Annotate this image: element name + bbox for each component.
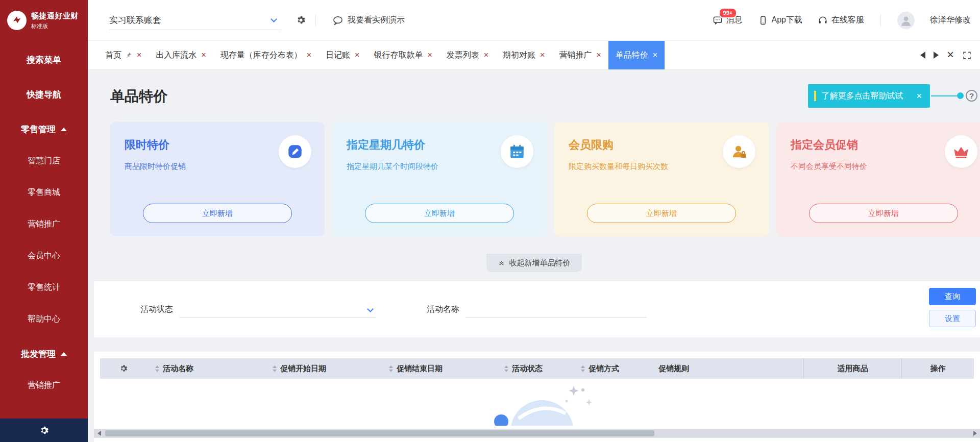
tab-close-icon[interactable]: × xyxy=(307,51,311,59)
messages-badge: 99+ xyxy=(719,8,738,18)
settings-button[interactable]: 设置 xyxy=(929,310,976,327)
sidebar-item-help-center[interactable]: 帮助中心 xyxy=(0,303,88,335)
column-activity-name[interactable]: 活动名称 xyxy=(147,358,264,379)
demo-link-label: 我要看实例演示 xyxy=(348,15,405,26)
collapse-promo-section-button[interactable]: 收起新增单品特价 xyxy=(486,254,582,272)
sidebar-item-retail-mall[interactable]: 零售商城 xyxy=(0,177,88,208)
pin-icon xyxy=(125,52,132,59)
add-now-button[interactable]: 立即新增 xyxy=(809,204,958,223)
tab-close-icon[interactable]: × xyxy=(540,51,545,59)
sidebar-item-smart-store[interactable]: 智慧门店 xyxy=(0,145,88,177)
tab-close-icon[interactable]: × xyxy=(201,51,206,59)
tab-stock-distribution[interactable]: 现存量（库存分布表）× xyxy=(213,41,318,69)
tab-marketing[interactable]: 营销推广× xyxy=(552,41,608,69)
member-lock-icon xyxy=(723,135,755,168)
tabs-scroll-right-button[interactable] xyxy=(934,52,939,59)
help-banner: 了解更多点击帮助试试 × xyxy=(808,84,930,108)
sidebar-item-search-menu[interactable]: 搜索菜单 xyxy=(0,44,88,76)
scrollbar-thumb[interactable] xyxy=(105,430,654,436)
sort-icon[interactable] xyxy=(273,365,277,372)
banner-accent-bar xyxy=(814,91,816,101)
sort-icon[interactable] xyxy=(581,365,585,372)
promo-card-time-limited: 限时特价 商品限时特价促销 立即新增 xyxy=(110,122,325,236)
tab-close-icon[interactable]: × xyxy=(137,51,141,59)
sort-icon[interactable] xyxy=(389,365,393,372)
account-settings-gear-icon[interactable] xyxy=(296,15,306,26)
sidebar-group-retail[interactable]: 零售管理 xyxy=(0,113,88,145)
calendar-icon xyxy=(501,135,533,168)
horizontal-scrollbar[interactable] xyxy=(94,429,980,438)
column-actions[interactable]: 操作 xyxy=(901,358,974,379)
column-label: 促销开始日期 xyxy=(280,364,326,374)
app-download-button[interactable]: App下载 xyxy=(758,15,802,26)
tab-home[interactable]: 首页 × xyxy=(98,41,149,69)
add-now-button[interactable]: 立即新增 xyxy=(587,204,736,223)
sidebar-item-label: 智慧门店 xyxy=(28,156,60,166)
messages-button[interactable]: 99+ 消息 xyxy=(713,15,743,26)
close-all-tabs-button[interactable]: × xyxy=(947,48,954,61)
support-label: 在线客服 xyxy=(831,15,864,26)
activity-status-select[interactable] xyxy=(179,301,376,317)
sidebar-group-wholesale[interactable]: 批发管理 xyxy=(0,338,88,370)
tab-close-icon[interactable]: × xyxy=(355,51,359,59)
add-now-button[interactable]: 立即新增 xyxy=(143,204,292,223)
help-banner-close-icon[interactable]: × xyxy=(916,91,922,101)
sidebar-item-member-center[interactable]: 会员中心 xyxy=(0,240,88,272)
headset-icon xyxy=(818,15,828,26)
filter-buttons: 查询 设置 xyxy=(929,288,976,327)
tab-single-item-special[interactable]: 单品特价× xyxy=(608,41,665,69)
tab-initial-reconciliation[interactable]: 期初对账× xyxy=(496,41,552,69)
column-label: 促销规则 xyxy=(658,364,689,374)
edit-badge-icon xyxy=(279,135,311,168)
brand-text: 畅捷通好业财 标准版 xyxy=(31,11,79,30)
sort-icon[interactable] xyxy=(504,365,508,372)
sidebar-item-wholesale-marketing[interactable]: 营销推广 xyxy=(0,370,88,401)
filter-panel: 活动状态 活动名称 查询 设置 xyxy=(94,281,980,337)
tab-journal[interactable]: 日记账× xyxy=(318,41,366,69)
tab-close-icon[interactable]: × xyxy=(484,51,488,59)
support-button[interactable]: 在线客服 xyxy=(818,15,864,26)
column-label: 操作 xyxy=(930,364,946,374)
help-question-icon[interactable]: ? xyxy=(966,90,977,102)
sidebar-item-quick-nav[interactable]: 快捷导航 xyxy=(0,79,88,110)
tab-label: 出入库流水 xyxy=(156,50,197,61)
tabs-scroll-left-button[interactable] xyxy=(920,52,925,59)
brand-edition: 标准版 xyxy=(31,22,79,30)
table-column-settings-button[interactable] xyxy=(100,358,147,379)
query-button[interactable]: 查询 xyxy=(929,288,976,305)
tab-inout-flow[interactable]: 出入库流水× xyxy=(149,41,213,69)
sidebar-item-retail-stats[interactable]: 零售统计 xyxy=(0,272,88,303)
sidebar-item-label: 帮助中心 xyxy=(28,314,60,325)
column-promo-start-date[interactable]: 促销开始日期 xyxy=(264,358,381,379)
column-applicable-goods[interactable]: 适用商品 xyxy=(803,358,901,379)
brand-name: 畅捷通好业财 xyxy=(31,11,79,21)
column-label: 适用商品 xyxy=(838,364,868,374)
scroll-right-arrow[interactable] xyxy=(970,429,980,438)
main-area: 实习联系账套 我要看实例演示 99+ 消息 xyxy=(88,0,980,442)
user-name[interactable]: 徐泽华修改 xyxy=(930,15,971,26)
sidebar-item-label: 零售统计 xyxy=(28,282,60,293)
tab-close-icon[interactable]: × xyxy=(427,51,432,59)
activity-name-input[interactable] xyxy=(465,301,647,317)
tab-invoice-list[interactable]: 发票列表× xyxy=(439,41,496,69)
tab-label: 单品特价 xyxy=(616,50,648,61)
tab-close-icon[interactable]: × xyxy=(596,51,601,59)
scroll-left-arrow[interactable] xyxy=(94,429,104,438)
app-window: 畅捷通好业财 标准版 搜索菜单 快捷导航 零售管理 智慧门店 零售商城 营销推广… xyxy=(0,0,980,442)
column-promo-rule[interactable]: 促销规则 xyxy=(650,358,803,379)
fullscreen-icon[interactable] xyxy=(962,51,972,60)
tab-bank-deposit[interactable]: 银行存取款单× xyxy=(366,41,439,69)
sidebar-item-marketing[interactable]: 营销推广 xyxy=(0,208,88,240)
top-bar: 实习联系账套 我要看实例演示 99+ 消息 xyxy=(88,0,980,41)
settings-gear-icon[interactable] xyxy=(39,425,50,436)
tab-close-icon[interactable]: × xyxy=(653,51,657,59)
sidebar-item-label: 搜索菜单 xyxy=(27,54,61,66)
demo-link[interactable]: 我要看实例演示 xyxy=(332,15,405,26)
account-set-select[interactable]: 实习联系账套 xyxy=(109,11,281,30)
tab-label: 营销推广 xyxy=(559,50,592,61)
avatar[interactable] xyxy=(897,12,915,29)
divider xyxy=(315,15,316,26)
sort-icon[interactable] xyxy=(155,365,159,372)
tab-label: 期初对账 xyxy=(503,50,535,61)
add-now-button[interactable]: 立即新增 xyxy=(365,204,514,223)
